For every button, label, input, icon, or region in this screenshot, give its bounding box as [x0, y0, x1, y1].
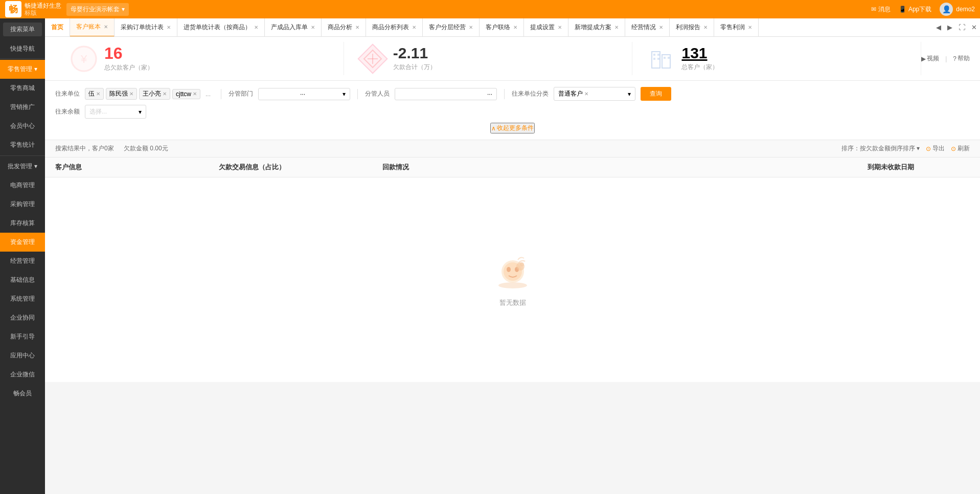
tab-close-product-stock[interactable]: ✕: [311, 25, 315, 30]
dept-select[interactable]: ··· ▾: [258, 88, 350, 100]
dept-label: 分管部门: [229, 89, 253, 98]
tab-commission[interactable]: 提成设置 ✕: [524, 18, 568, 37]
help-links: ▶ 视频 | ? 帮助: [921, 42, 970, 75]
tab-close-all[interactable]: ✕: [968, 18, 980, 37]
tab-goods-stat[interactable]: 进货单统计表（按商品） ✕: [177, 18, 265, 37]
tab-close-goods-analysis[interactable]: ✕: [355, 25, 359, 30]
unit-tags: 伍 ✕ 陈民强 ✕ 王小亮 ✕: [85, 88, 214, 100]
tab-profit[interactable]: 利润报告 ✕: [670, 18, 714, 37]
sidebar-item-marketing[interactable]: 营销推广: [0, 98, 45, 117]
tab-close-profit[interactable]: ✕: [703, 25, 708, 30]
sidebar-search-button[interactable]: 搜索菜单: [3, 23, 42, 36]
sidebar-item-stock[interactable]: 库存核算: [0, 214, 45, 233]
export-button[interactable]: ⊙ 导出: [926, 144, 945, 153]
sidebar-item-retail[interactable]: 零售管理 ▾: [0, 60, 45, 79]
sidebar-item-wholesale[interactable]: 批发管理 ▾: [0, 157, 45, 176]
logo-icon: 畅: [5, 1, 21, 17]
tab-close-business[interactable]: ✕: [659, 25, 663, 30]
result-actions: 排序：按欠款金额倒序排序 ▾ ⊙ 导出 ⊙ 刷新: [841, 144, 970, 153]
tab-close-commission[interactable]: ✕: [558, 25, 562, 30]
tab-close-customer-contact[interactable]: ✕: [513, 25, 517, 30]
filter-divider-1: [221, 89, 221, 99]
app-container: 畅 畅捷通好生意 标版 母婴行业演示帐套 ▾ ✉ 消息 📱 App下载 👤: [0, 0, 980, 494]
store-selector[interactable]: 母婴行业演示帐套 ▾: [66, 3, 129, 16]
filter-row-1: 往来单位 伍 ✕ 陈民强 ✕ 王小亮: [55, 87, 970, 101]
unit-tag-wang-remove[interactable]: ✕: [163, 91, 167, 97]
tab-purchase-order[interactable]: 采购订单统计表 ✕: [115, 18, 177, 37]
main-content: ¥ 16 总欠款客户（家）: [45, 37, 980, 494]
tab-business[interactable]: 经营情况 ✕: [625, 18, 670, 37]
tab-add-commission[interactable]: 新增提成方案 ✕: [568, 18, 625, 37]
tab-close-goods-stat[interactable]: ✕: [254, 25, 258, 30]
tab-product-stock[interactable]: 产成品入库单 ✕: [265, 18, 322, 37]
sidebar-item-app-center[interactable]: 应用中心: [0, 346, 45, 365]
no-data-text: 暂无数据: [499, 298, 526, 307]
refresh-icon: ⊙: [951, 145, 956, 152]
stat-label-amount: 欠款合计（万）: [393, 63, 436, 72]
help-link[interactable]: ? 帮助: [953, 54, 970, 63]
tab-customer-account[interactable]: 客户账本 ✕: [70, 18, 115, 37]
tab-scroll-right[interactable]: ▶: [944, 18, 955, 37]
tab-goods-analysis[interactable]: 商品分析 ✕: [322, 18, 366, 37]
sidebar-item-system[interactable]: 系统管理: [0, 289, 45, 308]
sidebar-item-retail-mall[interactable]: 零售商城: [0, 79, 45, 98]
tab-close-goods-list[interactable]: ✕: [412, 25, 416, 30]
stat-label-customers: 总欠款客户（家）: [104, 63, 153, 72]
tab-close-purchase[interactable]: ✕: [167, 25, 171, 30]
play-icon: ▶: [921, 55, 926, 62]
unit-tag-chen: 陈民强 ✕: [106, 88, 137, 100]
person-label: 分管人员: [365, 89, 390, 98]
unit-class-tag-remove[interactable]: ✕: [584, 91, 588, 97]
sidebar-item-basics[interactable]: 基础信息: [0, 271, 45, 289]
sidebar-item-retail-stat[interactable]: 零售统计: [0, 136, 45, 154]
balance-select[interactable]: 选择... ▾: [85, 105, 146, 119]
stat-card-customers: ¥ 16 总欠款客户（家）: [55, 42, 344, 75]
content-area: 首页 客户账本 ✕ 采购订单统计表 ✕ 进货单统计表（按商品） ✕ 产成品入库单…: [45, 18, 980, 494]
sidebar-item-wechat[interactable]: 企业微信: [0, 365, 45, 384]
stats-section: ¥ 16 总欠款客户（家）: [45, 37, 980, 81]
tab-goods-analysis-list[interactable]: 商品分析列表 ✕: [366, 18, 423, 37]
unit-tag-cjttcw-remove[interactable]: ✕: [193, 91, 197, 97]
person-select[interactable]: ···: [395, 88, 497, 100]
unit-more-button[interactable]: ...: [202, 89, 214, 99]
tab-customer-contact[interactable]: 客户联络 ✕: [480, 18, 524, 37]
svg-rect-9: [653, 58, 655, 60]
message-button[interactable]: ✉ 消息: [871, 5, 891, 14]
sidebar-item-ecommerce[interactable]: 电商管理: [0, 176, 45, 195]
table-body: 暂无数据: [45, 177, 980, 382]
unit-tag-chen-remove[interactable]: ✕: [129, 91, 133, 97]
refresh-button[interactable]: ⊙ 刷新: [951, 144, 970, 153]
sidebar-item-finance[interactable]: 资金管理: [0, 233, 45, 252]
stat-info-amount: -2.11 欠款合计（万）: [393, 46, 436, 72]
svg-rect-8: [657, 54, 659, 56]
tab-scroll-left[interactable]: ◀: [933, 18, 944, 37]
app-download-button[interactable]: 📱 App下载: [899, 5, 931, 14]
tab-close-customer-layer[interactable]: ✕: [469, 25, 473, 30]
tab-close-retail-profit[interactable]: ✕: [748, 25, 752, 30]
tab-customer-layer[interactable]: 客户分层经营 ✕: [423, 18, 480, 37]
svg-rect-12: [668, 57, 670, 59]
sidebar-item-newbie[interactable]: 新手引导: [0, 327, 45, 346]
tab-home[interactable]: 首页: [45, 18, 70, 37]
logo-area: 畅 畅捷通好生意 标版: [5, 1, 61, 17]
sidebar-item-member[interactable]: 畅会员: [0, 384, 45, 403]
tab-close-customer-account[interactable]: ✕: [104, 24, 108, 30]
video-link[interactable]: ▶ 视频: [921, 54, 939, 63]
sidebar-item-operations[interactable]: 经营管理: [0, 252, 45, 271]
sidebar-item-member-center[interactable]: 会员中心: [0, 117, 45, 136]
tab-retail-profit[interactable]: 零售利润 ✕: [714, 18, 759, 37]
quick-nav-button[interactable]: 快捷导航: [0, 40, 45, 57]
sidebar-item-enterprise[interactable]: 企业协同: [0, 308, 45, 327]
stat-info-customers: 16 总欠款客户（家）: [104, 45, 153, 72]
stat-card-amount: -2.11 欠款合计（万）: [344, 42, 633, 75]
tab-maximize[interactable]: ⛶: [955, 18, 968, 37]
tab-close-add-commission[interactable]: ✕: [614, 25, 619, 30]
sidebar-item-purchase[interactable]: 采购管理: [0, 195, 45, 214]
collapse-button[interactable]: ∧ 收起更多条件: [490, 123, 535, 133]
unit-tag-wu-remove[interactable]: ✕: [96, 91, 100, 97]
main-layout: 搜索菜单 快捷导航 零售管理 ▾ 零售商城 营销推广 会员中心 零售统计 批发管…: [0, 18, 980, 494]
unit-class-select[interactable]: 普通客户 ✕ ▾: [554, 87, 635, 101]
user-area[interactable]: 👤 demo2: [940, 3, 975, 16]
unit-class-label: 往来单位分类: [512, 89, 549, 98]
search-button[interactable]: 查询: [641, 87, 671, 101]
